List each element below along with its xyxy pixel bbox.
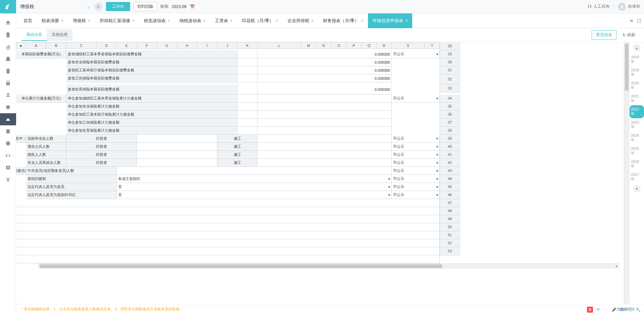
g4-r4-pub[interactable]: 不公示▾	[392, 191, 440, 199]
col-Q[interactable]: Q	[362, 42, 377, 49]
g1-r0-in[interactable]	[237, 50, 258, 58]
row-32[interactable]: 32	[440, 74, 460, 84]
row-28[interactable]: 28	[440, 42, 460, 50]
tab-8[interactable]: 企业所得税×	[283, 13, 318, 28]
nav-calendar[interactable]	[0, 101, 16, 113]
g2-r4-val[interactable]	[258, 127, 392, 135]
nav-bag[interactable]	[0, 53, 16, 65]
row-48[interactable]: 48	[440, 207, 460, 215]
g3-r3-v2[interactable]	[258, 159, 392, 167]
nav-calc[interactable]	[0, 77, 16, 89]
empty[interactable]	[16, 199, 440, 207]
row-52[interactable]: 52	[440, 239, 460, 247]
empty[interactable]	[16, 207, 440, 215]
close-icon[interactable]: ×	[405, 18, 408, 23]
nav-doc[interactable]	[0, 29, 16, 41]
col-T[interactable]: T	[425, 42, 440, 49]
g3-r3-pub[interactable]: 不公示▾	[392, 159, 440, 167]
g4-r2-val[interactable]: 未成立党组织▾	[117, 175, 392, 183]
col-K[interactable]: K	[237, 42, 258, 49]
row-50[interactable]: 50	[440, 223, 460, 231]
g2-r0-val[interactable]	[258, 95, 392, 103]
year-item[interactable]: 2025年	[630, 144, 644, 158]
nav-video[interactable]	[0, 162, 16, 174]
g3-r3-v1[interactable]	[137, 159, 217, 167]
row-31[interactable]: 31	[440, 66, 460, 74]
list-icon-button[interactable]	[94, 2, 103, 11]
g4-r1-v[interactable]	[117, 167, 392, 175]
ime-punct-icon[interactable]: '	[603, 307, 609, 313]
col-G[interactable]: G	[157, 42, 177, 49]
reset-button[interactable]: 重置报表	[592, 30, 616, 40]
nav-report[interactable]	[0, 113, 16, 125]
calendar-icon[interactable]: 📅	[190, 4, 195, 9]
app-logo[interactable]	[0, 0, 16, 13]
workspace-button[interactable]: 工作台	[106, 2, 130, 11]
ime-skin-icon[interactable]: 👕	[627, 307, 633, 313]
period-value[interactable]: 2023-09	[172, 4, 186, 9]
vertical-scrollbar[interactable]: ▲	[624, 42, 629, 304]
row-38[interactable]: 38	[440, 127, 460, 135]
year-item[interactable]: 2022年	[630, 105, 644, 118]
tab-2[interactable]: 增值税×	[68, 13, 95, 28]
tab-10[interactable]: 年报信息申报表×	[368, 13, 412, 28]
row-35[interactable]: 35	[440, 103, 460, 111]
g3-r1-v2[interactable]	[258, 143, 392, 151]
col-I[interactable]: I	[197, 42, 217, 49]
year-item[interactable]: 2023年	[630, 118, 644, 131]
year-up-button[interactable]: ▲	[633, 44, 641, 52]
row-44[interactable]: 44	[440, 175, 460, 183]
close-icon[interactable]: ×	[203, 18, 206, 23]
row-49[interactable]: 49	[440, 215, 460, 223]
g2-r2-in[interactable]	[237, 111, 258, 119]
module-dropdown[interactable]: 增值税 ⌄	[20, 4, 91, 10]
g3-r0-v2[interactable]	[258, 135, 392, 143]
row-37[interactable]: 37	[440, 119, 460, 127]
nav-print[interactable]	[0, 137, 16, 149]
close-icon[interactable]: ×	[276, 18, 278, 23]
scroll-right-icon[interactable]: ►	[614, 264, 619, 269]
tab-3[interactable]: 所得税汇算清缴×	[95, 13, 139, 28]
year-item[interactable]: 2021年	[630, 92, 644, 105]
switch-old-button[interactable]: 切到旧版	[133, 2, 157, 11]
col-N[interactable]: N	[316, 42, 331, 49]
year-down-button[interactable]: ▼	[633, 185, 641, 192]
year-item[interactable]: 2019年	[630, 66, 644, 79]
g1-r2-in[interactable]	[237, 66, 258, 74]
row-34[interactable]: 34	[440, 95, 460, 103]
g1-r4-in[interactable]	[237, 84, 258, 95]
col-R[interactable]: R	[377, 42, 392, 49]
row-29[interactable]: 29	[440, 50, 460, 58]
hscroll-thumb[interactable]	[40, 264, 442, 268]
empty[interactable]	[16, 223, 440, 231]
ime-tool-icon[interactable]: 🔧	[635, 307, 641, 313]
col-S[interactable]: S	[392, 42, 425, 49]
tab-4[interactable]: 税负波动表×	[139, 13, 175, 28]
g3-r2-v2[interactable]	[258, 151, 392, 159]
g4-r2-pub[interactable]: 不公示▾	[392, 175, 440, 183]
nav-chart[interactable]	[0, 41, 16, 53]
year-item[interactable]: 2027年	[630, 171, 644, 184]
col-D[interactable]: D	[97, 42, 117, 49]
vscroll-thumb[interactable]	[625, 44, 629, 90]
g2-r3-val[interactable]	[258, 119, 392, 127]
empty[interactable]	[16, 239, 440, 247]
g2-publish[interactable]: 不公示▾	[392, 95, 440, 103]
close-icon[interactable]: ×	[168, 18, 170, 23]
col-F[interactable]: F	[137, 42, 157, 49]
user-menu[interactable]: 徐泽华	[618, 3, 640, 11]
subtab-basic[interactable]: 基础信息	[21, 29, 47, 41]
row-53[interactable]: 53	[440, 247, 460, 255]
close-icon[interactable]: ×	[311, 18, 314, 23]
row-45[interactable]: 45	[440, 183, 460, 191]
year-item[interactable]: 2020年	[630, 79, 644, 92]
tab-5[interactable]: 纳税波动表×	[175, 13, 210, 28]
sogou-icon[interactable]: S	[587, 307, 593, 313]
g1-r0-val[interactable]: 0.000000	[258, 50, 392, 58]
col-P[interactable]: P	[346, 42, 362, 49]
g3-r1-pub[interactable]: 不公示▾	[392, 143, 440, 151]
tab-7[interactable]: 印花税（月/季）×	[237, 13, 283, 28]
g4-r1-pub[interactable]: 不公示▾	[392, 167, 440, 175]
ime-mic-icon[interactable]: 🎤	[611, 307, 617, 313]
close-icon[interactable]: ×	[61, 18, 63, 23]
